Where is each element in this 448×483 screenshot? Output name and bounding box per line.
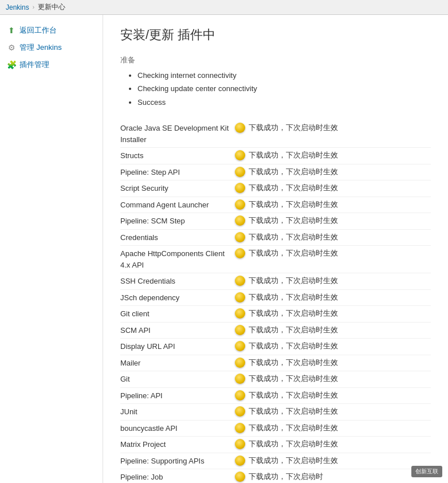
plugin-row: Matrix Project下载成功，下次启动时生效 [120, 437, 431, 453]
plugin-name: Script Security [120, 183, 235, 194]
breadcrumb-current: 更新中心 [38, 2, 65, 12]
status-text: 下载成功，下次启动时生效 [249, 374, 338, 384]
status-text: 下载成功，下次启动时生效 [249, 232, 338, 242]
plugin-status: 下载成功，下次启动时生效 [235, 183, 338, 193]
status-ball-icon [235, 167, 245, 177]
status-text: 下载成功，下次启动时生效 [249, 308, 338, 319]
plugin-status: 下载成功，下次启动时生效 [235, 199, 338, 210]
status-ball-icon [235, 123, 245, 133]
plugin-status: 下载成功，下次启动时生效 [235, 341, 338, 351]
plugin-row: Script Security下载成功，下次启动时生效 [120, 180, 431, 197]
status-text: 下载成功，下次启动时生效 [249, 358, 338, 368]
sidebar-label-manage: 管理 Jenkins [19, 42, 62, 53]
status-text: 下载成功，下次启动时生效 [249, 167, 338, 177]
status-ball-icon [235, 292, 245, 303]
plugin-row: bouncycastle API下载成功，下次启动时生效 [120, 421, 431, 437]
status-ball-icon [235, 308, 245, 319]
status-text: 下载成功，下次启动时生效 [249, 183, 338, 193]
sidebar-item-back[interactable]: ⬆ 返回工作台 [0, 22, 103, 39]
plugin-status: 下载成功，下次启动时生效 [235, 455, 338, 466]
breadcrumb-jenkins[interactable]: Jenkins [6, 3, 29, 11]
plugin-status: 下载成功，下次启动时生效 [235, 390, 338, 400]
plugin-status: 下载成功，下次启动时生效 [235, 215, 338, 226]
prep-item-3: Success [137, 96, 431, 109]
status-text: 下载成功，下次启动时生效 [249, 439, 338, 449]
status-ball-icon [235, 472, 245, 482]
status-ball-icon [235, 390, 245, 400]
status-ball-icon [235, 341, 245, 351]
status-ball-icon [235, 183, 245, 193]
plugin-name: Command Agent Launcher [120, 199, 235, 211]
plugin-name: SCM API [120, 325, 235, 336]
status-ball-icon [235, 276, 245, 286]
plugin-row: Oracle Java SE Development Kit Installer… [120, 120, 431, 148]
plugin-status: 下载成功，下次启动时生效 [235, 358, 338, 368]
plugin-list: Oracle Java SE Development Kit Installer… [120, 120, 431, 483]
status-ball-icon [235, 439, 245, 449]
status-text: 下载成功，下次启动时生效 [249, 199, 338, 210]
breadcrumb-sep: › [33, 4, 34, 10]
status-text: 下载成功，下次启动时生效 [249, 423, 338, 433]
app-layout: ⬆ 返回工作台 ⚙ 管理 Jenkins 🧩 插件管理 安装/更新 插件中 准备… [0, 15, 448, 483]
status-text: 下载成功，下次启动时生效 [249, 292, 338, 303]
plugin-status: 下载成功，下次启动时生效 [235, 292, 338, 303]
status-text: 下载成功，下次启动时生效 [249, 150, 338, 160]
status-text: 下载成功，下次启动时生效 [249, 455, 338, 466]
page-title: 安装/更新 插件中 [120, 26, 431, 44]
status-ball-icon [235, 248, 245, 258]
plugin-name: Structs [120, 150, 235, 162]
status-text: 下载成功，下次启动时生效 [249, 248, 338, 258]
plugin-row: JUnit下载成功，下次启动时生效 [120, 404, 431, 421]
plugin-status: 下载成功，下次启动时生效 [235, 406, 338, 417]
plugin-status: 下载成功，下次启动时生效 [235, 123, 338, 133]
plugin-name: Git [120, 374, 235, 385]
plugin-row: Structs下载成功，下次启动时生效 [120, 148, 431, 164]
sidebar: ⬆ 返回工作台 ⚙ 管理 Jenkins 🧩 插件管理 [0, 15, 103, 483]
status-ball-icon [235, 455, 245, 466]
plugin-row: Credentials下载成功，下次启动时生效 [120, 230, 431, 246]
status-text: 下载成功，下次启动时生效 [249, 123, 338, 133]
sidebar-item-manage[interactable]: ⚙ 管理 Jenkins [0, 39, 103, 56]
plugin-status: 下载成功，下次启动时 [235, 472, 323, 482]
plugin-row: Git client下载成功，下次启动时生效 [120, 306, 431, 323]
status-text: 下载成功，下次启动时生效 [249, 341, 338, 351]
plugin-row: SSH Credentials下载成功，下次启动时生效 [120, 273, 431, 290]
plugin-row: Git下载成功，下次启动时生效 [120, 371, 431, 388]
status-text: 下载成功，下次启动时生效 [249, 215, 338, 226]
arrow-up-icon: ⬆ [7, 26, 16, 35]
plugin-status: 下载成功，下次启动时生效 [235, 167, 338, 177]
plugin-name: Pipeline: SCM Step [120, 215, 235, 227]
status-ball-icon [235, 232, 245, 242]
plugin-row: Pipeline: Step API下载成功，下次启动时生效 [120, 164, 431, 181]
plugin-name: Pipeline: Step API [120, 167, 235, 178]
plugin-name: SSH Credentials [120, 276, 235, 287]
prep-item-2: Checking update center connectivity [137, 82, 431, 95]
plugin-status: 下载成功，下次启动时生效 [235, 374, 338, 384]
plugin-row: Pipeline: SCM Step下载成功，下次启动时生效 [120, 213, 431, 230]
plugin-row: Pipeline: Supporting APIs下载成功，下次启动时生效 [120, 453, 431, 470]
status-ball-icon [235, 199, 245, 210]
prep-list: Checking internet connectivity Checking … [137, 69, 431, 109]
status-ball-icon [235, 358, 245, 368]
plugin-row: Command Agent Launcher下载成功，下次启动时生效 [120, 197, 431, 214]
puzzle-icon: 🧩 [7, 60, 16, 69]
plugin-name: bouncycastle API [120, 423, 235, 434]
sidebar-item-plugins[interactable]: 🧩 插件管理 [0, 56, 103, 73]
plugin-name: Git client [120, 308, 235, 320]
status-ball-icon [235, 374, 245, 384]
plugin-row: Apache HttpComponents Client 4.x API下载成功… [120, 246, 431, 273]
plugin-name: Pipeline: API [120, 390, 235, 402]
plugin-status: 下载成功，下次启动时生效 [235, 150, 338, 160]
plugin-row: JSch dependency下载成功，下次启动时生效 [120, 290, 431, 307]
status-text: 下载成功，下次启动时生效 [249, 325, 338, 335]
gear-icon: ⚙ [7, 43, 16, 52]
status-ball-icon [235, 150, 245, 160]
plugin-row: Mailer下载成功，下次启动时生效 [120, 355, 431, 372]
status-text: 下载成功，下次启动时 [249, 472, 323, 482]
sidebar-label-plugins: 插件管理 [19, 60, 49, 70]
prep-label: 准备 [120, 55, 431, 65]
status-ball-icon [235, 215, 245, 226]
main-content: 安装/更新 插件中 准备 Checking internet connectiv… [103, 15, 448, 483]
plugin-row: Display URL API下载成功，下次启动时生效 [120, 339, 431, 355]
status-text: 下载成功，下次启动时生效 [249, 390, 338, 400]
